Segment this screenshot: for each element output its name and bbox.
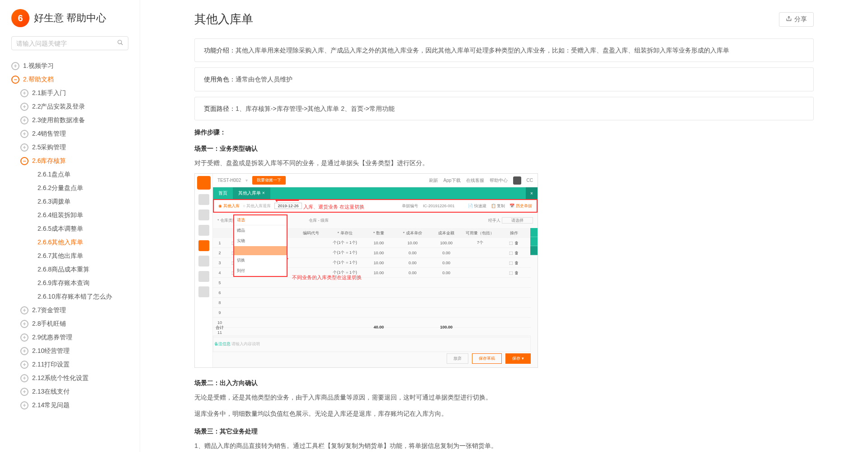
ss-sidebar	[195, 174, 213, 367]
nav-2-13[interactable]: 2.13在线支付	[20, 385, 128, 399]
ss-radio-out: ○ 其他入库退库	[243, 203, 271, 209]
steps-heading: 操作步骤：	[194, 128, 814, 137]
ss-radio-in: ◉ 其他入库	[218, 203, 240, 209]
nav-2-8[interactable]: 2.8手机旺铺	[20, 317, 128, 331]
ss-hdr-app: App下载	[443, 177, 461, 184]
ss-tab-home: 首页	[213, 187, 233, 199]
nav-2-6-7[interactable]: 2.6.7其他出库单	[38, 249, 128, 263]
plus-icon	[20, 347, 28, 355]
nav-label: 2.帮助文档	[23, 76, 54, 84]
search-icon[interactable]	[117, 39, 123, 47]
nav-2-6[interactable]: 2.6库存核算	[20, 154, 128, 168]
nav-label: 2.6.4组装拆卸单	[38, 211, 83, 219]
ss-dd-item: 实物	[234, 236, 287, 246]
ss-avatar-icon	[513, 176, 521, 185]
ss-nav-icon	[198, 271, 209, 282]
scene2-heading: 场景二：出入方向确认	[194, 379, 814, 387]
nav-2-4[interactable]: 2.4销售管理	[20, 127, 128, 141]
ss-th: * 数量	[362, 230, 396, 236]
nav-2-6-3[interactable]: 2.6.3调拨单	[38, 195, 128, 209]
nav-label: 2.2产品安装及登录	[32, 103, 85, 111]
plus-icon	[20, 388, 28, 396]
ss-side-icons	[530, 228, 538, 255]
nav-2-7[interactable]: 2.7资金管理	[20, 304, 128, 317]
brand-logo[interactable]: 6 好生意 帮助中心	[11, 9, 128, 27]
embedded-screenshot: TEST-H002 ▾ 我要做账一下 刷新 App下载 在线客服 帮助中心 CC…	[194, 173, 538, 368]
nav-label: 2.6.7其他出库单	[38, 252, 83, 260]
nav-2-6-4[interactable]: 2.6.4组装拆卸单	[38, 209, 128, 222]
plus-icon	[20, 116, 28, 124]
ss-th: * 成本单价	[396, 230, 429, 236]
plus-icon	[20, 306, 28, 314]
nav-2-3[interactable]: 2.3使用前数据准备	[20, 114, 128, 127]
ss-nav-icon	[198, 286, 209, 297]
main-content: 其他入库单 分享 功能介绍：其他入库单用来处理除采购入库、产成品入库之外的其他入…	[140, 0, 868, 452]
brand-text: 好生意 帮助中心	[34, 11, 106, 25]
ss-remark: 备注信息 请输入内容说明	[213, 336, 531, 352]
info-label: 页面路径：	[204, 105, 236, 112]
info-label: 使用角色：	[204, 76, 236, 83]
ss-th: 可用量（包括）	[463, 230, 497, 236]
scene3-text: 1、赠品入库的商品直接转为销售。通过工具栏【复制/复制为销货单】功能，将单据信息…	[194, 440, 814, 452]
nav-2-5[interactable]: 2.5采购管理	[20, 141, 128, 154]
ss-toolbar: ◉ 其他入库 ○ 其他入库退库 2019-12-26 单据编号 IC-20191…	[213, 199, 538, 213]
nav-video-learning[interactable]: 1.视频学习	[11, 59, 128, 73]
nav-2-6-6[interactable]: 2.6.6其他入库单	[38, 236, 128, 249]
nav-label: 2.6.2分量盘点单	[38, 184, 83, 192]
scene1-heading: 场景一：业务类型确认	[194, 145, 814, 153]
ss-btn-cancel: 放弃	[447, 353, 468, 364]
nav-label: 2.14常见问题	[32, 401, 70, 409]
ss-nav-icon	[198, 194, 209, 205]
minus-icon	[20, 157, 28, 165]
nav-2-10[interactable]: 2.10经营管理	[20, 344, 128, 358]
nav-2-6-10[interactable]: 2.6.10库存账本错了怎么办	[38, 290, 128, 304]
nav-2-11[interactable]: 2.11打印设置	[20, 358, 128, 371]
share-button[interactable]: 分享	[779, 12, 814, 27]
nav-2-6-8[interactable]: 2.6.8商品成本重算	[38, 263, 128, 276]
svg-line-1	[121, 43, 123, 45]
ss-username: CC	[527, 178, 533, 183]
ss-nav-icon-active	[198, 240, 209, 251]
nav-2-6-9[interactable]: 2.6.9库存账本查询	[38, 276, 128, 290]
logo-icon: 6	[11, 9, 29, 27]
info-label: 功能介绍：	[204, 47, 236, 54]
nav-help-docs[interactable]: 2.帮助文档	[11, 73, 128, 86]
nav-label: 2.5采购管理	[32, 143, 66, 152]
nav-label: 2.4销售管理	[32, 130, 66, 138]
share-icon	[786, 15, 792, 23]
ss-dd-item: 切换	[234, 255, 287, 266]
nav-2-14[interactable]: 2.14常见问题	[20, 399, 128, 412]
plus-icon	[20, 374, 28, 382]
plus-icon	[20, 361, 28, 369]
nav-label: 2.1新手入门	[32, 89, 66, 97]
nav-2-9[interactable]: 2.9优惠券管理	[20, 331, 128, 344]
scene2-text1: 无论是受赠，还是其他类型的业务，由于入库商品质量等原因，需要退回，这时可通过单据…	[194, 392, 814, 403]
scene3-heading: 场景三：其它业务处理	[194, 428, 814, 436]
ss-tabs: 首页 其他入库单 × ×	[213, 187, 538, 199]
nav-2-2[interactable]: 2.2产品安装及登录	[20, 100, 128, 114]
info-text: 1、库存核算->库存管理->其他入库单 2、首页->常用功能	[236, 105, 395, 112]
nav-label: 2.13在线支付	[32, 388, 70, 396]
ss-doc-no: IC-20191226-001	[423, 204, 454, 208]
nav-2-12[interactable]: 2.12系统个性化设置	[20, 371, 128, 385]
svg-point-0	[118, 40, 122, 44]
scene1-text: 对于受赠、盘盈或是拆装入库等不同的业务，是通过单据头【业务类型】进行区分。	[194, 157, 814, 169]
nav-label: 2.6.9库存账本查询	[38, 279, 90, 287]
nav-2-6-1[interactable]: 2.6.1盘点单	[38, 168, 128, 181]
nav-label: 2.12系统个性化设置	[32, 374, 89, 382]
info-box-intro: 功能介绍：其他入库单用来处理除采购入库、产成品入库之外的其他入库业务，因此其他入…	[194, 38, 814, 62]
ss-dd-item: 到付	[234, 266, 287, 276]
ss-nav-icon	[198, 256, 209, 266]
nav-2-6-5[interactable]: 2.6.5成本调整单	[38, 222, 128, 236]
search-box[interactable]	[11, 36, 128, 50]
ss-nav-icon	[198, 209, 209, 220]
ss-footer: 放弃 保存草稿 保存 ▾	[447, 353, 531, 364]
nav-2-6-2[interactable]: 2.6.2分量盘点单	[38, 181, 128, 195]
page-title: 其他入库单	[194, 11, 253, 27]
search-input[interactable]	[16, 40, 117, 47]
nav-2-1[interactable]: 2.1新手入门	[20, 86, 128, 100]
nav-label: 1.视频学习	[23, 62, 54, 70]
nav-label: 2.8手机旺铺	[32, 320, 66, 328]
ss-dd-input: 请选	[234, 215, 287, 225]
ss-th: * 单存位	[328, 230, 362, 236]
